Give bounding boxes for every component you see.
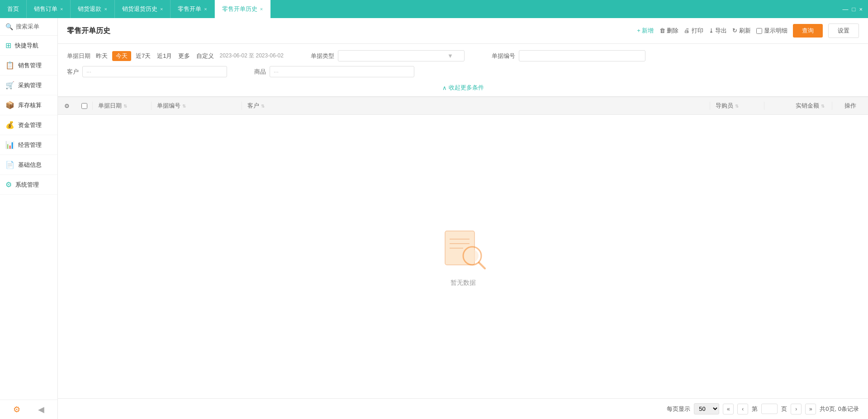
date-opt-yesterday[interactable]: 昨天 <box>94 51 109 61</box>
print-button[interactable]: 🖨 打印 <box>684 27 703 35</box>
collapse-sidebar-icon[interactable]: ◀ <box>38 405 44 414</box>
nav-tab-sales-return-history[interactable]: 销货退货历史× <box>115 0 171 18</box>
quick-nav-icon: ⊞ <box>5 41 11 50</box>
col-customer[interactable]: 客户 ⇅ <box>242 102 710 110</box>
display-detail-label: 显示明细 <box>764 27 787 35</box>
check-all-input[interactable] <box>81 103 87 109</box>
query-button[interactable]: 查询 <box>793 24 823 38</box>
goods-filter: 商品 ··· <box>254 66 414 77</box>
sidebar-item-operations[interactable]: 📊经营管理 <box>0 135 57 155</box>
table-header: ⚙ 单据日期 ⇅ 单据编号 ⇅ 客户 ⇅ 导购员 ⇅ <box>58 97 868 115</box>
filter-area: 单据日期 昨天 今天 近7天 近1月 更多 自定义 2023-06-02 至 2… <box>58 44 868 97</box>
select-all-checkbox[interactable] <box>76 103 92 109</box>
close-tab-sales-return-icon[interactable]: × <box>104 6 107 12</box>
sort-num-icon: ⇅ <box>182 104 186 108</box>
window-controls: — □ × <box>837 6 868 13</box>
sidebar-bottom: ⚙ ◀ <box>0 400 57 419</box>
sidebar-item-sales-mgmt[interactable]: 📋销售管理 <box>0 56 57 75</box>
date-opt-today[interactable]: 今天 <box>112 51 131 61</box>
detail-checkbox-input[interactable] <box>756 28 762 34</box>
last-page-button[interactable]: » <box>805 404 816 414</box>
operations-icon: 📊 <box>5 141 14 149</box>
filter-collapse[interactable]: ∧ 收起更多条件 <box>67 82 859 92</box>
inventory-icon: 📦 <box>5 101 14 109</box>
page-number-input[interactable]: 1 <box>761 404 778 414</box>
search-icon: 🔍 <box>5 23 13 30</box>
close-tab-retail-open-icon[interactable]: × <box>204 6 207 12</box>
sidebar-search[interactable]: 🔍 搜索采单 <box>0 18 57 36</box>
sidebar-label-system: 系统管理 <box>15 181 39 189</box>
nav-tab-sales-return[interactable]: 销货退款× <box>71 0 114 18</box>
col-date[interactable]: 单据日期 ⇅ <box>92 102 151 110</box>
date-opt-7days[interactable]: 近7天 <box>134 51 152 61</box>
date-opt-custom[interactable]: 自定义 <box>194 51 216 61</box>
nav-tab-retail-open[interactable]: 零售开单× <box>171 0 214 18</box>
system-icon: ⚙ <box>5 180 12 189</box>
nav-tab-home[interactable]: 首页 <box>0 0 27 18</box>
sidebar-item-system[interactable]: ⚙系统管理 <box>0 175 57 195</box>
col-guide-label: 导购员 <box>716 102 733 110</box>
table-container: ⚙ 单据日期 ⇅ 单据编号 ⇅ 客户 ⇅ 导购员 ⇅ <box>58 97 868 419</box>
sidebar-label-operations: 经营管理 <box>18 141 42 149</box>
close-tab-sales-return-history-icon[interactable]: × <box>160 6 163 12</box>
minimize-icon[interactable]: — <box>843 6 849 13</box>
empty-icon <box>436 226 490 272</box>
delete-button[interactable]: 🗑 删除 <box>659 27 679 35</box>
close-tab-sales-order-icon[interactable]: × <box>60 6 63 12</box>
column-settings-icon[interactable]: ⚙ <box>58 103 76 109</box>
col-num[interactable]: 单据编号 ⇅ <box>151 102 242 110</box>
sidebar-item-quick-nav[interactable]: ⊞快捷导航 <box>0 36 57 56</box>
display-detail-checkbox[interactable]: 显示明细 <box>756 27 787 35</box>
sidebar-label-quick-nav: 快捷导航 <box>15 42 38 50</box>
doc-num-filter: 单据编号 <box>492 50 645 61</box>
sidebar-item-finance[interactable]: 💰资金管理 <box>0 115 57 135</box>
customer-select[interactable]: ··· <box>82 66 227 77</box>
goods-value: ··· <box>274 68 279 75</box>
nav-tab-sales-order[interactable]: 销售订单× <box>27 0 71 18</box>
customer-filter: 客户 ··· <box>67 66 227 77</box>
doc-type-label: 单据类型 <box>311 52 334 60</box>
doc-num-label: 单据编号 <box>492 52 515 60</box>
settings-button[interactable]: 设置 <box>828 24 859 38</box>
sidebar-label-sales-mgmt: 销售管理 <box>18 61 42 70</box>
col-amount[interactable]: 实销金额 ⇅ <box>764 102 832 110</box>
first-page-button[interactable]: « <box>723 404 734 414</box>
filter-row-1: 单据日期 昨天 今天 近7天 近1月 更多 自定义 2023-06-02 至 2… <box>67 50 859 61</box>
customer-value: ··· <box>86 68 91 75</box>
close-icon[interactable]: × <box>859 6 863 13</box>
prev-page-button[interactable]: ‹ <box>737 404 748 414</box>
date-opt-more[interactable]: 更多 <box>176 51 192 61</box>
svg-point-5 <box>466 250 479 262</box>
goods-select[interactable]: ··· <box>270 66 414 77</box>
next-page-button[interactable]: › <box>791 404 802 414</box>
col-num-label: 单据编号 <box>157 102 180 110</box>
sidebar-item-purchase-mgmt[interactable]: 🛒采购管理 <box>0 75 57 95</box>
page-size-select[interactable]: 50 100 200 <box>694 403 719 414</box>
toolbar: + 新增 🗑 删除 🖨 打印 ⤓ 导出 ↻ 刷新 显示明细 查询 设置 <box>637 24 859 38</box>
close-tab-retail-open-history-icon[interactable]: × <box>260 6 263 12</box>
page-title: 零售开单历史 <box>67 26 110 36</box>
top-nav: 首页销售订单×销货退款×销货退货历史×零售开单×零售开单历史× — □ × <box>0 0 868 18</box>
sidebar-item-inventory[interactable]: 📦库存核算 <box>0 95 57 115</box>
doc-num-input[interactable] <box>519 50 645 61</box>
page-size-label: 每页显示 <box>667 405 690 413</box>
add-button[interactable]: + 新增 <box>637 27 654 35</box>
sort-customer-icon: ⇅ <box>261 104 265 108</box>
settings-icon[interactable]: ⚙ <box>13 405 20 414</box>
maximize-icon[interactable]: □ <box>852 6 856 13</box>
sort-date-icon: ⇅ <box>123 104 127 108</box>
nav-tab-retail-open-history[interactable]: 零售开单历史× <box>215 0 270 18</box>
svg-line-6 <box>479 263 485 268</box>
col-guide[interactable]: 导购员 ⇅ <box>710 102 764 110</box>
page-header: 零售开单历史 + 新增 🗑 删除 🖨 打印 ⤓ 导出 ↻ 刷新 显示明细 查询 … <box>58 18 868 44</box>
sidebar-label-purchase-mgmt: 采购管理 <box>18 81 42 89</box>
date-opt-1month[interactable]: 近1月 <box>155 51 174 61</box>
collapse-label: 收起更多条件 <box>449 84 484 92</box>
sales-mgmt-icon: 📋 <box>5 61 14 70</box>
doc-type-select[interactable]: ▼ <box>338 50 465 61</box>
sidebar-item-base-info[interactable]: 📄基础信息 <box>0 155 57 175</box>
export-button[interactable]: ⤓ 导出 <box>709 27 727 35</box>
filter-row-2: 客户 ··· 商品 ··· <box>67 66 859 77</box>
refresh-button[interactable]: ↻ 刷新 <box>732 27 751 35</box>
sidebar-label-base-info: 基础信息 <box>18 161 42 169</box>
